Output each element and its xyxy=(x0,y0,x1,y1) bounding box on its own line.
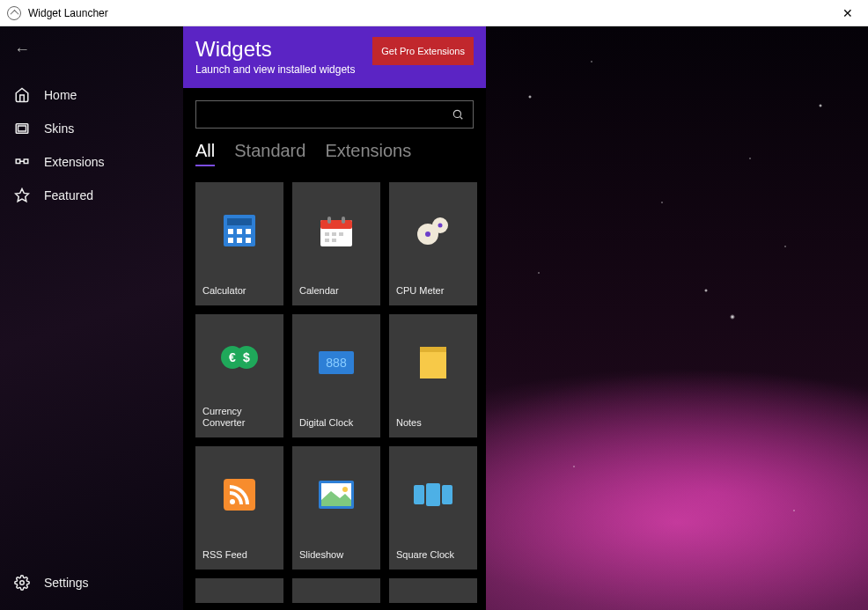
sidebar-item-label: Home xyxy=(44,88,77,102)
svg-rect-24 xyxy=(325,239,329,242)
svg-rect-25 xyxy=(332,239,336,242)
svg-rect-37 xyxy=(420,347,446,352)
svg-rect-13 xyxy=(246,229,251,234)
app-icon xyxy=(7,6,21,20)
svg-point-43 xyxy=(342,487,348,492)
svg-rect-2 xyxy=(16,159,20,164)
svg-rect-11 xyxy=(228,229,233,234)
search-box[interactable] xyxy=(195,100,474,129)
sidebar-item-extensions[interactable]: Extensions xyxy=(0,145,183,179)
tab-standard[interactable]: Standard xyxy=(234,141,305,166)
settings-button[interactable]: Settings xyxy=(0,566,183,599)
star-icon xyxy=(14,187,30,203)
widget-tile-cpu-meter[interactable]: CPU Meter xyxy=(389,182,477,305)
search-input[interactable] xyxy=(205,108,452,121)
widget-tile-placeholder[interactable] xyxy=(389,578,477,603)
svg-rect-45 xyxy=(426,483,440,506)
main-panel: Widgets Launch and view installed widget… xyxy=(183,26,486,610)
nav: HomeSkinsExtensionsFeatured xyxy=(0,78,183,566)
sidebar-item-home[interactable]: Home xyxy=(0,78,183,112)
tab-all[interactable]: All xyxy=(195,141,215,166)
svg-marker-5 xyxy=(16,189,29,202)
get-pro-button[interactable]: Get Pro Extensions xyxy=(372,37,474,65)
svg-rect-10 xyxy=(227,218,252,225)
svg-point-39 xyxy=(230,499,235,504)
widget-tile-notes[interactable]: Notes xyxy=(389,314,477,437)
svg-line-8 xyxy=(460,117,463,120)
widget-grid: CalculatorCalendarCPU Meter€$Currency Co… xyxy=(183,173,486,610)
sidebar-item-label: Featured xyxy=(44,188,93,202)
svg-rect-16 xyxy=(246,238,251,243)
svg-rect-44 xyxy=(414,485,424,504)
sidebar: ← HomeSkinsExtensionsFeatured Settings xyxy=(0,26,183,610)
widget-label: Calendar xyxy=(292,280,380,305)
widget-tile-rss-feed[interactable]: RSS Feed xyxy=(195,446,283,570)
tab-extensions[interactable]: Extensions xyxy=(325,141,411,166)
back-button[interactable]: ← xyxy=(0,35,183,64)
sidebar-item-featured[interactable]: Featured xyxy=(0,179,183,212)
widget-label: Notes xyxy=(389,412,477,437)
search-icon xyxy=(452,108,464,121)
svg-rect-14 xyxy=(228,238,233,243)
currency-icon: €$ xyxy=(195,314,283,401)
widget-label: Currency Converter xyxy=(195,401,283,437)
widget-label: Square Clock xyxy=(389,544,477,570)
widget-tile-placeholder[interactable] xyxy=(195,578,283,603)
sidebar-item-label: Skins xyxy=(44,121,74,136)
svg-point-29 xyxy=(438,224,443,228)
svg-rect-1 xyxy=(18,126,26,131)
widget-label: Slideshow xyxy=(292,544,380,570)
widget-tile-square-clock[interactable]: Square Clock xyxy=(389,446,477,570)
window-title: Widget Launcher xyxy=(28,7,835,19)
widget-tile-calculator[interactable]: Calculator xyxy=(195,182,283,305)
sidebar-item-skins[interactable]: Skins xyxy=(0,112,183,145)
filter-tabs: AllStandardExtensions xyxy=(183,141,486,173)
svg-rect-38 xyxy=(224,479,255,511)
page-title: Widgets xyxy=(195,37,355,62)
svg-rect-22 xyxy=(332,232,336,236)
rss-icon xyxy=(195,446,283,544)
header: Widgets Launch and view installed widget… xyxy=(183,26,486,88)
home-icon xyxy=(14,87,30,103)
svg-rect-12 xyxy=(237,229,242,234)
titlebar: Widget Launcher ✕ xyxy=(0,0,868,26)
skins-icon xyxy=(14,121,30,136)
sidebar-item-label: Extensions xyxy=(44,155,104,169)
svg-point-7 xyxy=(453,110,460,117)
svg-text:888: 888 xyxy=(326,356,347,370)
widget-tile-calendar[interactable]: Calendar xyxy=(292,182,380,305)
svg-point-27 xyxy=(425,232,430,237)
widget-label: CPU Meter xyxy=(389,280,477,305)
digital-icon: 888 xyxy=(292,314,380,412)
widget-tile-digital-clock[interactable]: 888Digital Clock xyxy=(292,314,380,437)
widget-label: Digital Clock xyxy=(292,412,380,437)
cpu-icon xyxy=(389,182,477,280)
notes-icon xyxy=(389,314,477,412)
svg-rect-20 xyxy=(342,217,345,224)
page-subtitle: Launch and view installed widgets xyxy=(195,63,355,76)
widget-label: Calculator xyxy=(195,280,283,305)
square-icon xyxy=(389,446,477,544)
settings-label: Settings xyxy=(44,576,89,590)
svg-point-6 xyxy=(20,581,25,585)
svg-rect-46 xyxy=(442,485,452,504)
svg-rect-3 xyxy=(24,159,28,164)
extensions-icon xyxy=(14,154,30,170)
svg-rect-19 xyxy=(327,217,331,224)
widget-label: RSS Feed xyxy=(195,544,283,570)
desktop-wallpaper xyxy=(486,26,868,610)
svg-rect-21 xyxy=(325,232,329,236)
svg-text:$: $ xyxy=(243,350,250,364)
svg-rect-15 xyxy=(237,238,242,243)
widget-tile-currency-converter[interactable]: €$Currency Converter xyxy=(195,314,283,437)
calculator-icon xyxy=(195,182,283,280)
svg-rect-18 xyxy=(320,220,352,229)
slideshow-icon xyxy=(292,446,380,544)
widget-tile-slideshow[interactable]: Slideshow xyxy=(292,446,380,570)
gear-icon xyxy=(14,575,30,591)
widget-tile-placeholder[interactable] xyxy=(292,578,380,603)
svg-rect-23 xyxy=(339,232,343,236)
svg-text:€: € xyxy=(229,350,236,364)
calendar-icon xyxy=(292,182,380,280)
close-button[interactable]: ✕ xyxy=(835,0,861,26)
